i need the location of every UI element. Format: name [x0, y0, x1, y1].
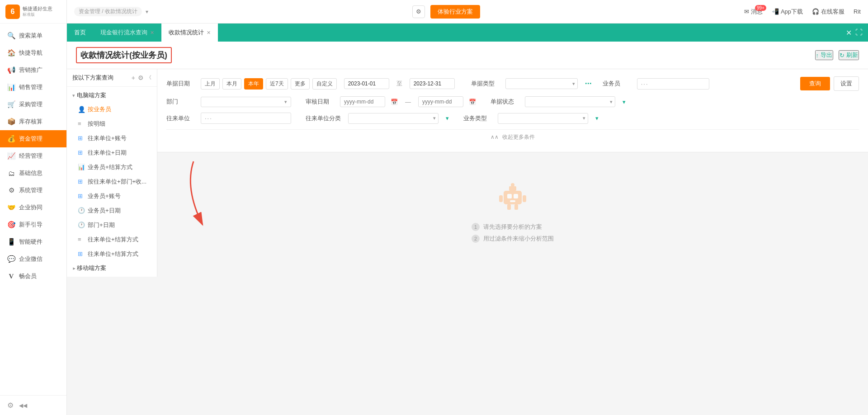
scheme-collapse-icon[interactable]: 《 [146, 74, 151, 81]
sidebar-item-marketing[interactable]: 📢 营销推广 [0, 61, 66, 79]
tab-expand-icon[interactable]: ⛶ [855, 28, 863, 37]
collapse-up-icon: ∧∧ [491, 134, 499, 140]
date-to-input[interactable] [410, 78, 455, 89]
table2-icon: ⊞ [78, 149, 85, 156]
message-button[interactable]: ✉ 消息 99+ [744, 8, 763, 16]
tab-collection-stat[interactable]: 收款情况统计 ✕ [161, 24, 218, 42]
scheme-add-icon[interactable]: + [132, 74, 135, 81]
counterpart-cat-select[interactable] [348, 113, 439, 124]
sidebar-item-member[interactable]: V 畅会员 [0, 268, 66, 285]
search-icon: 🔍 [7, 32, 15, 40]
app-download-icon: 📲 [772, 8, 779, 15]
biz-type-select[interactable] [498, 113, 588, 124]
finance-icon: 💰 [7, 135, 15, 143]
counterpart-input[interactable]: ··· [201, 113, 291, 124]
gear-icon: ⚙ [416, 8, 421, 15]
scheme-item-partner-settlement1[interactable]: ≡ 往来单位+结算方式 [67, 232, 157, 247]
biz-type-select-wrap[interactable] [498, 113, 588, 124]
biz-type-arrow-icon[interactable]: ▾ [595, 115, 599, 122]
sidebar: 6 畅捷通好生意 标准版 🔍 搜索菜单 🏠 快捷导航 📢 营销推广 📊 销售管理… [0, 0, 67, 415]
scheme-item-salesperson-settlement[interactable]: 📊 业务员+结算方式 [67, 160, 157, 174]
sidebar-item-purchase[interactable]: 🛒 采购管理 [0, 96, 66, 113]
export-button[interactable]: ↑ 导出 [815, 50, 834, 60]
chevron-down-icon[interactable]: ▾ [146, 9, 148, 15]
audit-date-to-input[interactable] [418, 96, 463, 107]
doc-status-label: 单据状态 [491, 98, 518, 106]
date-btn-last-month[interactable]: 上月 [201, 78, 220, 90]
dept-select[interactable]: ▾ [201, 97, 291, 107]
date-btn-this-year[interactable]: 本年 [244, 78, 263, 90]
sidebar-item-basic[interactable]: 🗂 基础信息 [0, 165, 66, 182]
sidebar-item-finance[interactable]: 💰 资金管理 [0, 130, 66, 147]
scheme-item-dept-date[interactable]: 🕐 部门+日期 [67, 218, 157, 232]
filter-row-2: 部门 ▾ 审核日期 📅 — 📅 单据状态 [166, 96, 859, 107]
sidebar-item-guide[interactable]: 🎯 新手引导 [0, 216, 66, 233]
svg-rect-6 [523, 195, 526, 202]
user-avatar[interactable]: Rit [854, 8, 861, 15]
scheme-settings-icon[interactable]: ⚙ [138, 74, 144, 81]
app-download-label: App下载 [781, 8, 803, 16]
doc-type-more-icon[interactable]: ··· [585, 79, 592, 89]
collapse-bar[interactable]: ∧∧ 收起更多条件 [166, 129, 859, 145]
settings-bottom-icon[interactable]: ⚙ [7, 401, 14, 410]
date-btn-this-month[interactable]: 本月 [222, 78, 241, 90]
scheme-item-salesperson-date[interactable]: 🕐 业务员+日期 [67, 203, 157, 218]
scheme-item-partner-date[interactable]: ⊞ 往来单位+日期 [67, 146, 157, 160]
app-download-button[interactable]: 📲 App下载 [772, 8, 803, 16]
doc-status-select[interactable] [525, 96, 615, 107]
sidebar-item-wechat[interactable]: 💬 企业微信 [0, 250, 66, 268]
refresh-button[interactable]: ↻ 刷新 [839, 50, 859, 60]
sidebar-item-search[interactable]: 🔍 搜索菜单 [0, 27, 66, 44]
salesperson-input[interactable]: ··· [637, 78, 709, 90]
trial-button[interactable]: 体验行业方案 [430, 5, 480, 19]
sidebar-item-quick-nav[interactable]: 🏠 快捷导航 [0, 44, 66, 61]
list2-icon: ≡ [78, 236, 85, 243]
date-btn-last-7[interactable]: 近7天 [266, 78, 288, 90]
page-header: 收款情况统计(按业务员) ↑ 导出 ↻ 刷新 [67, 42, 868, 69]
tab-bank-flow-close[interactable]: ✕ [150, 30, 154, 36]
scheme-item-by-detail[interactable]: ≡ 按明细 [67, 117, 157, 131]
calendar-from-icon[interactable]: 📅 [391, 99, 398, 105]
date-btn-custom[interactable]: 自定义 [312, 78, 337, 90]
scheme-item-partner-dept[interactable]: ⊞ 按往来单位+部门+收... [67, 174, 157, 189]
collapse-bottom-icon[interactable]: ◀◀ [19, 402, 27, 409]
audit-date-from-input[interactable] [340, 96, 385, 107]
calendar-to-icon[interactable]: 📅 [469, 99, 476, 105]
scheme-item-label: 按业务员 [88, 105, 111, 113]
online-service-button[interactable]: 🎧 在线客服 [812, 8, 844, 16]
date-btn-more[interactable]: 更多 [291, 78, 310, 90]
content-body: 按以下方案查询 + ⚙ 《 ▾ 电脑端方案 [67, 69, 868, 277]
scheme-item-partner-settlement2[interactable]: ⊞ 往来单位+结算方式 [67, 247, 157, 261]
counterpart-cat-arrow-icon[interactable]: ▾ [446, 115, 449, 122]
scheme-group-mobile-header[interactable]: ▾ 移动端方案 [67, 261, 157, 275]
doc-status-select-wrap[interactable] [525, 96, 615, 107]
svg-rect-8 [514, 204, 518, 210]
sidebar-item-enterprise[interactable]: 🤝 企业协同 [0, 199, 66, 216]
tab-home[interactable]: 首页 [67, 24, 93, 42]
doc-status-arrow-icon[interactable]: ▾ [623, 99, 626, 105]
sidebar-item-inventory[interactable]: 📦 库存核算 [0, 113, 66, 130]
scheme-item-by-salesperson[interactable]: 👤 按业务员 [67, 102, 157, 117]
empty-robot-icon [495, 179, 531, 216]
scheme-item-partner-account[interactable]: ⊞ 往来单位+账号 [67, 131, 157, 146]
refresh-icon: ↻ [840, 52, 844, 59]
scheme-item-salesperson-account[interactable]: ⊞ 业务员+账号 [67, 189, 157, 203]
doc-type-select-wrap[interactable] [505, 78, 578, 89]
member-icon: V [7, 272, 15, 280]
date-from-input[interactable] [344, 78, 389, 89]
gear-button[interactable]: ⚙ [412, 5, 425, 18]
scheme-group-pc-header[interactable]: ▾ 电脑端方案 [67, 89, 157, 102]
sidebar-item-hardware[interactable]: 📱 智能硬件 [0, 233, 66, 250]
tab-close-all-icon[interactable]: ✕ [846, 28, 852, 37]
doc-type-select[interactable] [505, 78, 578, 89]
biz-type-label: 业务类型 [463, 114, 491, 123]
filter-settings-button[interactable]: 设置 [834, 76, 859, 91]
sidebar-item-sales[interactable]: 📊 销售管理 [0, 79, 66, 96]
sidebar-item-operations[interactable]: 📈 经营管理 [0, 147, 66, 165]
counterpart-cat-select-wrap[interactable] [348, 113, 439, 124]
tab-bank-flow[interactable]: 现金银行流水查询 ✕ [93, 24, 161, 42]
query-button[interactable]: 查询 [800, 77, 830, 90]
guide-icon: 🎯 [7, 221, 15, 229]
sidebar-item-system[interactable]: ⚙ 系统管理 [0, 182, 66, 199]
tab-collection-stat-close[interactable]: ✕ [207, 30, 211, 36]
